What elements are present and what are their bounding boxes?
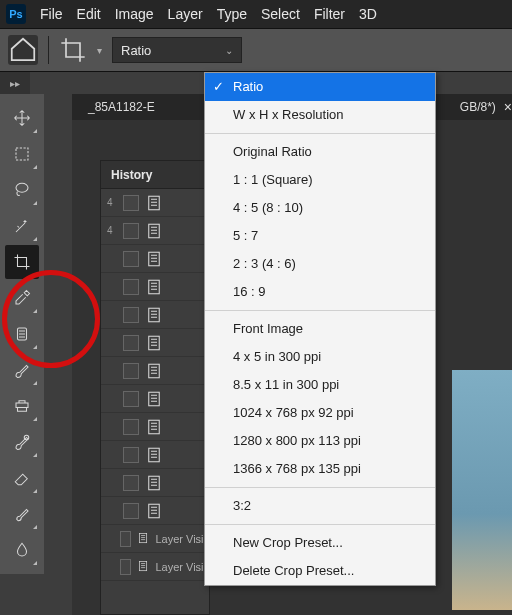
panel-expand-button[interactable]: ▸▸	[0, 72, 30, 94]
crop-preset-value: Ratio	[121, 43, 151, 58]
svg-rect-17	[140, 534, 147, 543]
history-snapshot-swatch	[123, 223, 139, 239]
app-logo: Ps	[6, 4, 26, 24]
crop-preset-option[interactable]: 16 : 9	[205, 278, 435, 306]
menu-edit[interactable]: Edit	[77, 6, 101, 22]
magic-wand-tool[interactable]	[5, 209, 39, 243]
history-snapshot-swatch	[120, 559, 131, 575]
history-row[interactable]	[101, 497, 209, 525]
crop-preset-option[interactable]: 5 : 7	[205, 222, 435, 250]
options-bar: ▾ Ratio ⌄	[0, 28, 512, 72]
lasso-tool[interactable]	[5, 173, 39, 207]
document-icon	[145, 502, 163, 520]
document-image	[452, 370, 512, 610]
svg-rect-16	[149, 504, 160, 518]
history-panel-title[interactable]: History	[101, 161, 209, 189]
document-icon	[145, 362, 163, 380]
history-row[interactable]	[101, 301, 209, 329]
menu-file[interactable]: File	[40, 6, 63, 22]
crop-preset-option[interactable]: 1280 x 800 px 113 ppi	[205, 427, 435, 455]
divider	[48, 36, 49, 64]
history-row[interactable]: 4	[101, 217, 209, 245]
history-step-number: 4	[107, 197, 117, 208]
crop-preset-option[interactable]: 4 x 5 in 300 ppi	[205, 343, 435, 371]
brush-tool[interactable]	[5, 353, 39, 387]
menu-divider	[205, 524, 435, 525]
history-row[interactable]	[101, 469, 209, 497]
document-icon	[145, 390, 163, 408]
history-snapshot-swatch	[123, 503, 139, 519]
history-row[interactable]	[101, 441, 209, 469]
history-row[interactable]	[101, 385, 209, 413]
crop-preset-option[interactable]: 1024 x 768 px 92 ppi	[205, 399, 435, 427]
history-panel: History 44Layer VisibilityLayer Visibili…	[100, 160, 210, 615]
clone-stamp-tool[interactable]	[5, 389, 39, 423]
history-row[interactable]: Layer Visibility	[101, 525, 209, 553]
history-snapshot-swatch	[123, 195, 139, 211]
crop-preset-option[interactable]: 8.5 x 11 in 300 ppi	[205, 371, 435, 399]
crop-preset-option[interactable]: Original Ratio	[205, 138, 435, 166]
crop-tool[interactable]	[5, 245, 39, 279]
history-snapshot-swatch	[123, 475, 139, 491]
crop-preset-option[interactable]: Front Image	[205, 315, 435, 343]
menu-divider	[205, 310, 435, 311]
eyedropper-tool[interactable]	[5, 281, 39, 315]
history-step-label: Layer Visibility	[155, 533, 203, 545]
history-row[interactable]: 4	[101, 189, 209, 217]
svg-rect-15	[149, 476, 160, 490]
move-tool[interactable]	[5, 101, 39, 135]
history-brush-tool[interactable]	[5, 425, 39, 459]
menu-filter[interactable]: Filter	[314, 6, 345, 22]
svg-rect-9	[149, 308, 160, 322]
crop-preset-option[interactable]: New Crop Preset...	[205, 529, 435, 557]
document-icon	[145, 278, 163, 296]
blur-tool[interactable]	[5, 533, 39, 567]
crop-preset-option[interactable]: 4 : 5 (8 : 10)	[205, 194, 435, 222]
svg-rect-8	[149, 280, 160, 294]
menu-type[interactable]: Type	[217, 6, 247, 22]
history-snapshot-swatch	[123, 279, 139, 295]
history-row[interactable]	[101, 245, 209, 273]
history-row[interactable]: Layer Visibility	[101, 553, 209, 581]
crop-preset-dropdown: RatioW x H x ResolutionOriginal Ratio1 :…	[204, 72, 436, 586]
history-snapshot-swatch	[123, 419, 139, 435]
home-button[interactable]	[8, 35, 38, 65]
history-row[interactable]	[101, 413, 209, 441]
crop-preset-option[interactable]: 3:2	[205, 492, 435, 520]
document-icon	[137, 530, 149, 548]
menu-image[interactable]: Image	[115, 6, 154, 22]
menu-3d[interactable]: 3D	[359, 6, 377, 22]
crop-preset-option[interactable]: W x H x Resolution	[205, 101, 435, 129]
document-icon	[145, 334, 163, 352]
svg-rect-0	[16, 148, 28, 160]
healing-brush-tool[interactable]	[5, 317, 39, 351]
crop-preset-option[interactable]: 1 : 1 (Square)	[205, 166, 435, 194]
chevron-down-icon[interactable]: ▾	[97, 45, 102, 56]
menu-select[interactable]: Select	[261, 6, 300, 22]
crop-icon	[59, 36, 87, 64]
crop-preset-option[interactable]: 2 : 3 (4 : 6)	[205, 250, 435, 278]
paint-brush-tool[interactable]	[5, 497, 39, 531]
svg-rect-12	[149, 392, 160, 406]
close-tab-button[interactable]: ×	[504, 99, 512, 115]
history-step-label: Layer Visibility	[155, 561, 203, 573]
history-row[interactable]	[101, 329, 209, 357]
crop-preset-option[interactable]: Delete Crop Preset...	[205, 557, 435, 585]
crop-preset-option[interactable]: Ratio	[205, 73, 435, 101]
svg-rect-6	[149, 224, 160, 238]
chevron-down-icon: ⌄	[225, 45, 233, 56]
document-icon	[145, 446, 163, 464]
menu-layer[interactable]: Layer	[168, 6, 203, 22]
svg-rect-3	[16, 403, 28, 408]
history-snapshot-swatch	[123, 447, 139, 463]
crop-preset-option[interactable]: 1366 x 768 px 135 ppi	[205, 455, 435, 483]
document-icon	[145, 222, 163, 240]
eraser-tool[interactable]	[5, 461, 39, 495]
history-row[interactable]	[101, 273, 209, 301]
marquee-tool[interactable]	[5, 137, 39, 171]
history-row[interactable]	[101, 357, 209, 385]
crop-preset-select[interactable]: Ratio ⌄	[112, 37, 242, 63]
history-snapshot-swatch	[123, 363, 139, 379]
active-tool-indicator[interactable]	[59, 36, 87, 64]
document-icon	[137, 558, 149, 576]
